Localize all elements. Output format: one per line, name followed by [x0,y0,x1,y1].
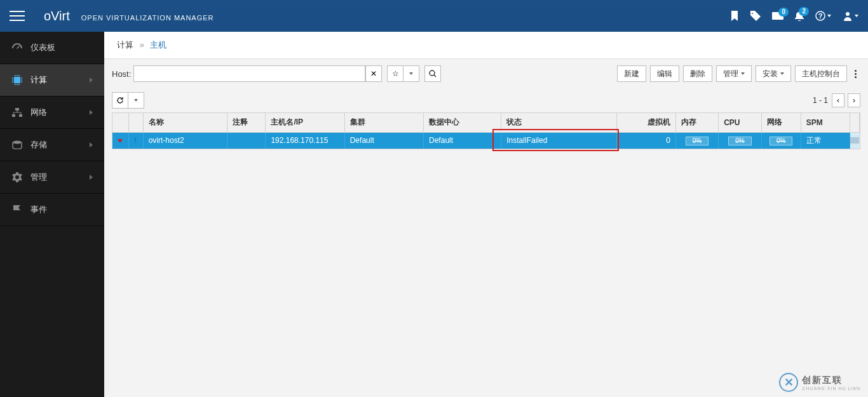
kebab-menu-icon[interactable] [851,70,860,78]
brand-logo[interactable]: oVirt OPEN VIRTUALIZATION MANAGER [44,9,214,24]
help-icon[interactable]: ? [815,11,831,21]
chevron-right-icon [90,142,93,147]
watermark-logo-icon: ✕ [779,373,798,392]
search-button[interactable] [424,65,441,82]
console-button[interactable]: 主机控制台 [795,65,847,82]
breadcrumb: 计算 » 主机 [104,32,868,59]
sidebar-item-compute[interactable]: 计算 [0,64,104,97]
refresh-dropdown[interactable] [128,92,144,109]
pager: 1 - 1 ‹ › [813,93,860,107]
chevron-right-icon [90,175,93,180]
breadcrumb-current[interactable]: 主机 [150,40,166,50]
brand-name: oVirt [44,9,70,24]
nav-label: 管理 [31,172,47,183]
tag-icon[interactable] [750,11,761,21]
bookmark-icon[interactable] [730,11,739,21]
col-cluster[interactable]: 集群 [344,113,423,132]
cell-cluster: Default [344,132,423,149]
svg-rect-4 [14,77,20,83]
action-buttons: 新建 编辑 删除 管理 安装 主机控制台 [617,65,860,82]
svg-point-9 [430,71,435,76]
compute-icon [11,74,23,86]
svg-rect-5 [15,108,19,111]
col-cpu[interactable]: CPU [719,113,761,132]
search-input[interactable] [133,65,365,82]
nav-label: 网络 [31,107,47,118]
sidebar-item-dashboard[interactable]: 仪表板 [0,32,104,64]
col-name[interactable]: 名称 [143,113,227,132]
edit-button[interactable]: 编辑 [650,65,679,82]
notifications-badge: 2 [799,7,809,16]
new-button[interactable]: 新建 [617,65,646,82]
gear-icon [11,172,23,183]
col-spm[interactable]: SPM [801,113,850,132]
bell-icon[interactable]: 2 [795,11,804,21]
cell-spm: 正常 [801,132,850,149]
user-icon[interactable] [843,11,858,21]
bookmark-button[interactable]: ☆ [387,65,403,82]
clear-search-button[interactable]: ✕ [365,65,382,82]
svg-point-3 [846,12,850,16]
cell-datacenter: Default [424,132,501,149]
cell-name: ovirt-host2 [143,132,227,149]
scrollbar-icon[interactable] [850,137,859,144]
nav-label: 仪表板 [31,42,55,53]
menu-toggle-icon[interactable] [10,10,25,22]
svg-rect-7 [19,114,22,117]
sidebar-item-network[interactable]: 网络 [0,97,104,129]
cell-hostname: 192.168.170.115 [266,132,344,149]
cell-vms: 0 [616,132,675,149]
network-icon [11,107,23,118]
chevron-right-icon [90,77,93,83]
chevron-right-icon [90,110,93,115]
manage-button[interactable]: 管理 [716,65,752,82]
toolbar: Host: ✕ ☆ 新建 编辑 删除 管理 安装 主机控制台 [104,59,868,88]
cell-network: 0% [761,132,801,149]
storage-icon [11,139,23,151]
pager-range: 1 - 1 [813,96,828,105]
next-page-button[interactable]: › [848,93,860,107]
cell-comment [227,132,266,149]
search-group: Host: ✕ [112,65,382,82]
status-down-icon [118,139,123,143]
table-header-row: 名称 注释 主机名/IP 集群 数据中心 状态 虚拟机 内存 CPU 网络 SP… [112,113,860,132]
col-datacenter[interactable]: 数据中心 [424,113,501,132]
cell-status: InstallFailed [501,132,616,149]
col-comment[interactable]: 注释 [227,113,266,132]
watermark-text: 创新互联 [802,375,860,386]
bookmark-dropdown[interactable] [403,65,419,82]
topbar-actions: 0 2 ? [730,11,858,21]
breadcrumb-parent: 计算 [117,40,133,50]
prev-page-button[interactable]: ‹ [832,93,844,107]
install-button[interactable]: 安装 [756,65,791,82]
nav-label: 存储 [31,139,47,151]
main-content: 计算 » 主机 Host: ✕ ☆ 新建 编辑 删除 管理 安装 [104,32,868,397]
alert-icon: ! [134,137,137,144]
tasks-badge: 0 [778,8,789,17]
refresh-button[interactable] [112,92,128,109]
col-vms[interactable]: 虚拟机 [616,113,675,132]
top-bar: oVirt OPEN VIRTUALIZATION MANAGER 0 2 ? [0,0,868,32]
hosts-table: 名称 注释 主机名/IP 集群 数据中心 状态 虚拟机 内存 CPU 网络 SP… [112,112,860,149]
col-status[interactable]: 状态 [501,113,616,132]
search-label: Host: [112,69,131,79]
breadcrumb-sep: » [140,40,144,50]
sidebar-item-events[interactable]: 事件 [0,194,104,226]
watermark-sub: CHUANG XIN HU LIAN [802,386,860,391]
watermark: ✕ 创新互联 CHUANG XIN HU LIAN [779,373,860,392]
delete-button[interactable]: 删除 [683,65,712,82]
tasks-icon[interactable]: 0 [772,11,783,20]
nav-label: 事件 [31,204,47,215]
col-hostname[interactable]: 主机名/IP [266,113,344,132]
sidebar-item-storage[interactable]: 存储 [0,129,104,161]
cell-memory: 0% [675,132,718,149]
brand-subtitle: OPEN VIRTUALIZATION MANAGER [81,14,214,22]
col-network[interactable]: 网络 [761,113,801,132]
pager-row: 1 - 1 ‹ › [104,88,868,112]
sidebar: 仪表板 计算 网络 存储 管理 事件 [0,32,104,397]
flag-icon [11,204,23,215]
col-memory[interactable]: 内存 [675,113,718,132]
table-row[interactable]: ! ovirt-host2 192.168.170.115 Default De… [112,132,860,149]
sidebar-item-admin[interactable]: 管理 [0,161,104,194]
svg-rect-6 [12,114,15,117]
